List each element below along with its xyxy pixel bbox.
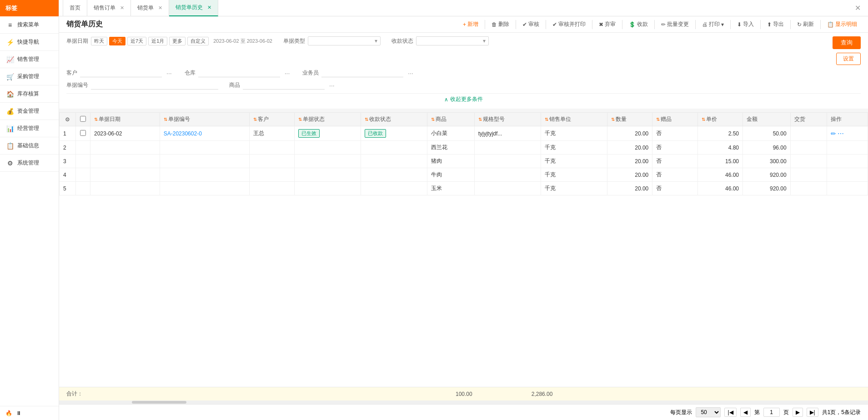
- import-button[interactable]: ⬇ 导入: [733, 19, 758, 30]
- close-tab-sales-order[interactable]: ✕: [120, 5, 124, 11]
- prev-page-button[interactable]: ◀: [740, 408, 751, 417]
- goods-input[interactable]: [243, 81, 325, 90]
- collect-button[interactable]: 💲 收款: [625, 19, 652, 30]
- sidebar-item-finance[interactable]: 💰 资金管理: [0, 103, 59, 120]
- doc-no-input[interactable]: [91, 81, 218, 90]
- warehouse-input[interactable]: [198, 69, 280, 77]
- close-tab-sales-history[interactable]: ✕: [207, 5, 211, 10]
- col-doc-status[interactable]: ⇅单据状态: [295, 113, 361, 126]
- more-action-icon[interactable]: ⋯: [838, 130, 844, 137]
- close-tab-sales-goods[interactable]: ✕: [158, 5, 162, 11]
- tab-sales-history[interactable]: 销货单历史 ✕: [169, 0, 218, 16]
- tab-sales-order[interactable]: 销售订单 ✕: [87, 0, 131, 16]
- col-settings[interactable]: ⚙: [60, 113, 76, 126]
- col-gift[interactable]: ⇅赠品: [652, 113, 697, 126]
- sidebar-item-system[interactable]: ⚙ 系统管理: [0, 155, 59, 172]
- col-goods[interactable]: ⇅商品: [427, 113, 474, 126]
- payment-status-select[interactable]: ▾: [416, 36, 489, 45]
- batch-change-button[interactable]: ✏ 批量变更: [657, 19, 692, 30]
- date-btn-today[interactable]: 今天: [109, 37, 125, 45]
- row-doc-no: [160, 182, 249, 195]
- next-page-button[interactable]: ▶: [793, 408, 803, 417]
- scrollbar-thumb[interactable]: [132, 401, 186, 404]
- divider: [622, 20, 622, 29]
- quick-nav-icon: ⚡: [6, 39, 14, 46]
- row-unit: 千克: [541, 182, 607, 195]
- row-unit: 千克: [541, 141, 607, 155]
- row-num: 4: [60, 168, 76, 182]
- row-checkbox[interactable]: [76, 182, 90, 195]
- sidebar-item-label: 系统管理: [17, 159, 39, 167]
- collapse-conditions[interactable]: ∧ 收起更多条件: [66, 93, 861, 105]
- col-payment-status[interactable]: ⇅收款状态: [361, 113, 427, 126]
- row-date: [90, 182, 160, 195]
- row-spec: tyjyjtyjdf...: [474, 126, 541, 141]
- main-content: 首页 销售订单 ✕ 销货单 ✕ 销货单历史 ✕ ✕ 销货单历史 + 新增: [59, 0, 868, 420]
- date-btn-yesterday[interactable]: 昨天: [91, 37, 107, 45]
- last-page-button[interactable]: ▶|: [807, 408, 818, 417]
- row-checkbox[interactable]: [76, 155, 90, 168]
- import-icon: ⬇: [737, 21, 742, 28]
- col-qty[interactable]: ⇅数量: [607, 113, 652, 126]
- sidebar-item-label: 资金管理: [17, 107, 39, 115]
- warehouse-pick-icon[interactable]: ···: [283, 70, 292, 77]
- date-btn-7days[interactable]: 近7天: [127, 37, 146, 45]
- audit-print-button[interactable]: ✔ 审核并打印: [549, 19, 589, 30]
- tab-sales-goods[interactable]: 销货单 ✕: [131, 0, 169, 16]
- col-date[interactable]: ⇅单据日期: [90, 113, 160, 126]
- sidebar-item-search[interactable]: ≡ 搜索菜单: [0, 16, 59, 34]
- col-doc-no[interactable]: ⇅单据编号: [160, 113, 249, 126]
- purchase-icon: 🛒: [6, 73, 14, 80]
- col-action: 操作: [827, 113, 868, 126]
- page-number-input[interactable]: [763, 408, 780, 417]
- sidebar-item-sales[interactable]: 📈 销售管理: [0, 51, 59, 68]
- col-customer[interactable]: ⇅客户: [249, 113, 294, 126]
- row-checkbox[interactable]: [76, 141, 90, 155]
- sidebar-item-basic[interactable]: 📋 基础信息: [0, 137, 59, 155]
- total-amount: 2,286.00: [532, 391, 553, 397]
- close-all-tabs[interactable]: ✕: [851, 4, 864, 12]
- total-pages-label: 共1页，5条记录: [822, 409, 861, 416]
- doc-type-select[interactable]: ▾: [308, 36, 381, 45]
- inventory-icon: 🏠: [6, 90, 14, 98]
- tab-home[interactable]: 首页: [63, 0, 87, 16]
- abandon-button[interactable]: ✖ 弃审: [595, 19, 619, 30]
- customer-pick-icon[interactable]: ···: [165, 70, 174, 77]
- sidebar-item-quicknav[interactable]: ⚡ 快捷导航: [0, 34, 59, 51]
- fire-icon[interactable]: 🔥: [5, 410, 12, 416]
- pause-icon[interactable]: ⏸: [16, 410, 21, 416]
- col-price[interactable]: ⇅单价: [697, 113, 743, 126]
- new-button[interactable]: + 新增: [459, 19, 482, 30]
- sidebar-item-inventory[interactable]: 🏠 库存核算: [0, 85, 59, 103]
- row-checkbox[interactable]: [76, 168, 90, 182]
- first-page-button[interactable]: |◀: [724, 408, 736, 417]
- select-all-checkbox[interactable]: [80, 116, 86, 122]
- goods-pick-icon[interactable]: ···: [327, 82, 336, 89]
- sidebar-item-ops[interactable]: 📊 经营管理: [0, 120, 59, 137]
- edit-action-icon[interactable]: ✏: [831, 130, 836, 137]
- print-button[interactable]: 🖨 打印 ▾: [698, 19, 728, 30]
- query-button[interactable]: 查询: [833, 36, 861, 49]
- salesperson-pick-icon[interactable]: ···: [406, 70, 415, 77]
- sidebar-item-purchase[interactable]: 🛒 采购管理: [0, 68, 59, 85]
- export-button[interactable]: ⬆ 导出: [763, 19, 788, 30]
- sidebar-item-label: 采购管理: [17, 73, 39, 80]
- audit-button[interactable]: ✔ 审核: [519, 19, 543, 30]
- date-btn-1month[interactable]: 近1月: [148, 37, 167, 45]
- refresh-button[interactable]: ↻ 刷新: [793, 19, 818, 30]
- col-checkbox[interactable]: [76, 113, 90, 126]
- col-unit[interactable]: ⇅销售单位: [541, 113, 607, 126]
- per-page-select[interactable]: 50 100: [696, 407, 721, 417]
- customer-input[interactable]: [80, 69, 162, 77]
- delete-button[interactable]: 🗑 删除: [488, 19, 513, 30]
- horizontal-scrollbar[interactable]: [59, 400, 868, 404]
- salesperson-input[interactable]: [321, 69, 403, 77]
- abandon-icon: ✖: [599, 21, 603, 28]
- date-btn-custom[interactable]: 自定义: [187, 37, 209, 45]
- date-btn-more[interactable]: 更多: [169, 37, 186, 45]
- doc-no-link[interactable]: SA-20230602-0: [164, 130, 202, 137]
- set-button[interactable]: 设置: [836, 53, 861, 65]
- row-checkbox[interactable]: [76, 126, 90, 141]
- show-detail-button[interactable]: 📋 显示明细: [823, 19, 861, 30]
- col-spec[interactable]: ⇅规格型号: [474, 113, 541, 126]
